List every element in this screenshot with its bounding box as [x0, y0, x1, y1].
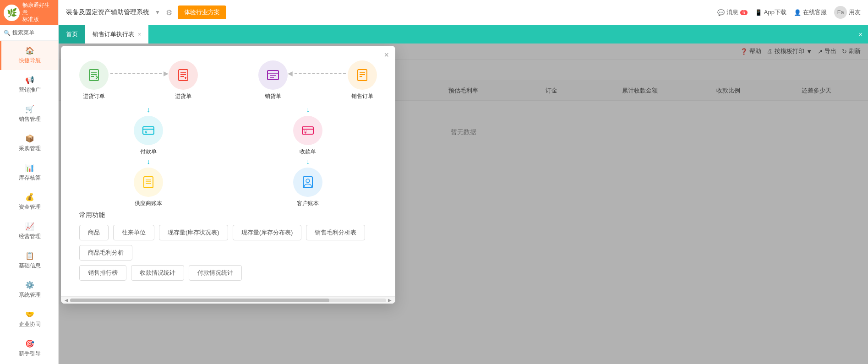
arrow-1: ▶ — [109, 70, 169, 90]
flow-row-1: 进货订单 ▶ 进货单 — [79, 60, 377, 100]
purchase-icon: 📦 — [25, 134, 34, 143]
func-btn-7[interactable]: 收款情况统计 — [131, 265, 184, 281]
common-functions: 常用功能 商品 往来单位 现存量(库存状况表) 现存量(库存分布表) 销售毛利分… — [79, 211, 377, 281]
user-menu[interactable]: Ea 用友 — [834, 6, 861, 19]
func-btn-8[interactable]: 付款情况统计 — [189, 265, 242, 281]
system-icon: ⚙️ — [25, 281, 34, 289]
flow-col-receipt: ↓ ¥ 收款单 ↓ — [268, 104, 348, 207]
content-area: ❓ 帮助 🖨 按模板打印 ▼ ↗ 导出 ↻ 刷新 yyyy-mm-dd 📅 — [59, 43, 868, 364]
topbar: 装备及固定资产辅助管理系统 ▼ ⚙ 体验行业方案 💬 消息 6 📱 App下载 … — [59, 0, 868, 25]
logo-text: 畅康通好生意 标准版 — [22, 2, 55, 23]
tab-close-icon[interactable]: × — [138, 31, 141, 38]
modal-close-btn[interactable]: × — [384, 50, 389, 60]
modal-body: 进货订单 ▶ 进货单 — [61, 46, 395, 296]
arrow-down-receipt: ↓ — [306, 106, 310, 114]
func-btn-0[interactable]: 商品 — [79, 225, 109, 240]
dropdown-arrow-icon[interactable]: ▼ — [155, 9, 160, 16]
sidebar-item-quick-nav[interactable]: 🏠 快捷导航 — [0, 41, 58, 70]
func-btn-4[interactable]: 销售毛利分析表 — [306, 225, 365, 240]
purchase-bill-icon — [169, 60, 198, 90]
arrow-down-supplier: ↓ — [147, 158, 150, 166]
sidebar-logo: 🌿 畅康通好生意 标准版 — [0, 0, 58, 25]
purchase-order-icon — [79, 60, 109, 90]
scrollbar-track[interactable] — [70, 299, 386, 302]
operation-icon: 📈 — [25, 222, 34, 231]
newbie-icon: 🎯 — [25, 339, 34, 348]
main-content: ❓ 帮助 🖨 按模板打印 ▼ ↗ 导出 ↻ 刷新 yyyy-mm-dd 📅 — [59, 43, 868, 364]
sidebar-item-finance[interactable]: 💰 资金管理 — [0, 187, 58, 217]
home-icon: 🏠 — [25, 46, 34, 55]
sales-icon: 🛒 — [25, 105, 34, 114]
sales-order-icon — [348, 60, 377, 90]
supplier-ledger-icon — [134, 168, 163, 197]
arrow-2: ◀ — [288, 70, 348, 90]
flow-customer-ledger[interactable]: 客户账本 — [293, 168, 322, 207]
basic-icon: 📋 — [25, 251, 34, 260]
app-icon: 📱 — [755, 9, 762, 16]
receipt-icon: ¥ — [293, 116, 322, 145]
collab-icon: 🤝 — [25, 310, 34, 319]
tabbar: 首页 销售订单执行表 × × — [59, 25, 868, 43]
modal: × 进货订单 ▶ — [61, 46, 395, 304]
logo-icon: 🌿 — [4, 5, 20, 21]
sidebar-item-inventory[interactable]: 📊 库存核算 — [0, 158, 58, 187]
scrollbar-thumb — [70, 299, 329, 302]
online-service-btn[interactable]: 👤 在线客服 — [794, 8, 827, 16]
svg-text:¥: ¥ — [304, 130, 307, 135]
sidebar-search[interactable]: 🔍 搜索菜单 — [0, 25, 58, 41]
func-btn-2[interactable]: 现存量(库存状况表) — [159, 225, 228, 240]
flow-receipt[interactable]: ¥ 收款单 — [293, 116, 322, 156]
tab-home[interactable]: 首页 — [59, 25, 85, 43]
func-btn-5[interactable]: 商品毛利分析 — [79, 245, 132, 261]
func-row-2: 销售排行榜 收款情况统计 付款情况统计 — [79, 265, 377, 281]
sidebar: 🌿 畅康通好生意 标准版 🔍 搜索菜单 🏠 快捷导航 📢 营销推广 🛒 销售管理… — [0, 0, 59, 364]
sidebar-item-sales[interactable]: 🛒 销售管理 — [0, 99, 58, 129]
scroll-right-icon[interactable]: ▶ — [388, 298, 392, 303]
marketing-icon: 📢 — [25, 76, 34, 84]
search-icon: 🔍 — [4, 30, 11, 36]
sidebar-item-marketing[interactable]: 📢 营销推广 — [0, 70, 58, 99]
sidebar-item-newbie[interactable]: 🎯 新手引导 — [0, 334, 58, 363]
tab-sales-order-exec[interactable]: 销售订单执行表 × — [85, 25, 148, 43]
avatar: Ea — [834, 6, 847, 19]
flow-col-payment: ↓ ¥ 付款单 ↓ — [109, 104, 188, 207]
service-icon: 👤 — [794, 9, 801, 16]
flow-row-2: ↓ ¥ 付款单 ↓ — [79, 104, 377, 207]
svg-rect-19 — [144, 177, 153, 188]
sales-bill-icon — [258, 60, 288, 90]
sidebar-item-collab[interactable]: 🤝 企业协同 — [0, 304, 58, 334]
common-funcs-title: 常用功能 — [79, 211, 377, 219]
message-btn[interactable]: 💬 消息 6 — [717, 8, 748, 16]
sidebar-item-purchase[interactable]: 📦 采购管理 — [0, 129, 58, 158]
sidebar-nav: 🏠 快捷导航 📢 营销推广 🛒 销售管理 📦 采购管理 📊 库存核算 💰 资金管… — [0, 41, 58, 364]
message-badge: 6 — [740, 10, 748, 15]
sidebar-item-operation[interactable]: 📈 经营管理 — [0, 217, 58, 246]
sidebar-item-basic[interactable]: 📋 基础信息 — [0, 246, 58, 275]
message-icon: 💬 — [717, 9, 725, 16]
settings-icon[interactable]: ⚙ — [166, 8, 172, 17]
topbar-title: 装备及固定资产辅助管理系统 — [66, 8, 149, 16]
svg-point-27 — [306, 179, 310, 183]
func-btn-3[interactable]: 现存量(库存分布表) — [233, 225, 302, 240]
payment-icon: ¥ — [134, 116, 163, 145]
flow-sales-bill[interactable]: 销货单 — [258, 60, 288, 100]
flow-purchase-bill[interactable]: 进货单 — [169, 60, 198, 100]
modal-overlay[interactable]: × 进货订单 ▶ — [59, 43, 868, 364]
svg-rect-26 — [303, 177, 312, 188]
experience-btn[interactable]: 体验行业方案 — [178, 5, 226, 19]
modal-scrollbar[interactable]: ◀ ▶ — [61, 296, 395, 304]
flow-purchase-order[interactable]: 进货订单 — [79, 60, 109, 100]
func-btn-1[interactable]: 往来单位 — [113, 225, 154, 240]
arrow-down-payment: ↓ — [147, 106, 150, 114]
svg-text:¥: ¥ — [144, 130, 147, 135]
svg-rect-8 — [267, 71, 278, 80]
flow-payment[interactable]: ¥ 付款单 — [134, 116, 163, 156]
flow-sales-order[interactable]: 销售订单 — [348, 60, 377, 100]
scroll-left-icon[interactable]: ◀ — [65, 298, 68, 303]
flow-supplier-ledger[interactable]: 供应商账本 — [134, 168, 163, 207]
func-btn-6[interactable]: 销售排行榜 — [79, 265, 126, 281]
page-close-btn[interactable]: × — [853, 31, 868, 38]
sidebar-item-system[interactable]: ⚙️ 系统管理 — [0, 275, 58, 304]
app-download-btn[interactable]: 📱 App下载 — [755, 8, 786, 16]
customer-ledger-icon — [293, 168, 322, 197]
